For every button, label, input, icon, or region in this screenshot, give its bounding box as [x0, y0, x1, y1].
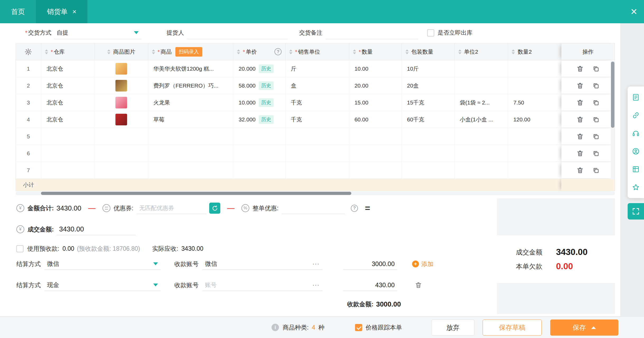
history-badge[interactable]: 历史 — [259, 65, 274, 73]
payment-method-select[interactable]: 现金 — [44, 279, 161, 291]
warehouse-cell[interactable]: 北京仓 — [41, 94, 95, 111]
product-cell[interactable]: 草莓 — [148, 111, 234, 128]
warehouse-cell[interactable]: 北京仓 — [41, 77, 95, 94]
qty2-header[interactable]: 数量2 — [508, 43, 561, 60]
product-cell[interactable] — [148, 145, 234, 162]
delete-row-icon[interactable] — [576, 167, 584, 174]
delete-row-icon[interactable] — [576, 65, 584, 72]
qty-cell[interactable]: 20.00 — [349, 77, 402, 94]
qty2-cell[interactable] — [508, 77, 561, 94]
add-payment-button[interactable]: + 添加 — [412, 260, 433, 268]
abandon-button[interactable]: 放弃 — [431, 319, 474, 336]
product-image-cell[interactable] — [95, 128, 148, 145]
product-image-cell[interactable] — [95, 145, 148, 162]
copy-row-icon[interactable] — [592, 82, 600, 89]
sale-unit-cell[interactable] — [286, 128, 349, 145]
product-image-header[interactable]: 商品图片 — [95, 43, 148, 60]
picker-input[interactable] — [187, 26, 288, 39]
sale-unit-cell[interactable]: 千克 — [286, 111, 349, 128]
qty2-cell[interactable]: 120.00 — [508, 111, 561, 128]
tab-home[interactable]: 首页 — [0, 0, 36, 23]
sale-unit-header[interactable]: *销售单位 — [286, 43, 349, 60]
profile-icon[interactable] — [632, 147, 640, 155]
qty-cell[interactable]: 15.00 — [349, 94, 402, 111]
sale-unit-cell[interactable]: 千克 — [286, 94, 349, 111]
sort-icon[interactable] — [458, 49, 461, 54]
save-draft-button[interactable]: 保存草稿 — [483, 319, 542, 336]
qty2-cell[interactable] — [508, 128, 561, 145]
unit2-cell[interactable] — [455, 145, 508, 162]
price-cell[interactable]: 32.000历史 — [233, 111, 286, 128]
qty2-cell[interactable] — [508, 60, 561, 77]
history-badge[interactable]: 历史 — [259, 115, 274, 124]
price-track-checkbox[interactable] — [355, 324, 362, 331]
copy-row-icon[interactable] — [592, 65, 600, 72]
pkg-qty-cell[interactable]: 20盒 — [402, 77, 455, 94]
price-cell[interactable]: 10.000历史 — [233, 94, 286, 111]
copy-row-icon[interactable] — [592, 99, 600, 106]
history-badge[interactable]: 历史 — [259, 81, 274, 90]
payment-amount-input[interactable]: 430.00 — [343, 279, 397, 291]
unit2-cell[interactable] — [455, 162, 508, 179]
more-icon[interactable]: ⋯ — [312, 260, 320, 268]
sale-unit-cell[interactable]: 盒 — [286, 77, 349, 94]
discount-help-icon[interactable]: ? — [351, 205, 358, 212]
refresh-coupon-button[interactable] — [209, 203, 220, 214]
product-image[interactable] — [115, 63, 127, 75]
price-cell[interactable] — [233, 145, 286, 162]
warehouse-header[interactable]: *仓库 — [41, 43, 95, 60]
more-icon[interactable]: ⋯ — [312, 281, 320, 289]
sale-unit-cell[interactable] — [286, 145, 349, 162]
product-image-cell[interactable] — [95, 111, 148, 128]
immediate-outbound-checkbox[interactable] — [427, 29, 434, 36]
pkg-qty-cell[interactable] — [402, 145, 455, 162]
deal-amount-input[interactable]: 3430.00 — [57, 223, 136, 235]
delivery-note-input[interactable] — [326, 26, 418, 39]
price-help-icon[interactable]: ? — [274, 48, 282, 55]
copy-row-icon[interactable] — [592, 133, 600, 140]
product-image[interactable] — [115, 114, 127, 125]
qty-cell[interactable]: 60.00 — [349, 111, 402, 128]
delete-row-icon[interactable] — [576, 99, 584, 106]
warehouse-cell[interactable] — [41, 145, 95, 162]
tab-close-icon[interactable]: × — [72, 8, 76, 16]
price-cell[interactable]: 20.000历史 — [233, 60, 286, 77]
payment-account-input[interactable]: 微信⋯ — [202, 258, 323, 270]
payment-account-input[interactable]: 账号⋯ — [202, 279, 323, 291]
payment-method-select[interactable]: 微信 — [44, 258, 161, 270]
save-button[interactable]: 保存 — [550, 319, 618, 336]
sort-icon[interactable] — [107, 49, 110, 54]
warehouse-cell[interactable]: 北京仓 — [41, 111, 95, 128]
unit2-cell[interactable] — [455, 77, 508, 94]
sort-icon[interactable] — [353, 49, 356, 54]
grid-icon[interactable] — [632, 165, 640, 173]
horizontal-scrollbar-thumb[interactable] — [41, 192, 351, 195]
pkg-qty-cell[interactable] — [402, 162, 455, 179]
product-cell[interactable] — [148, 128, 234, 145]
sort-icon[interactable] — [45, 49, 48, 54]
horizontal-scrollbar[interactable] — [16, 191, 615, 195]
sale-unit-cell[interactable]: 斤 — [286, 60, 349, 77]
pkg-qty-cell[interactable] — [402, 128, 455, 145]
order-discount-input[interactable] — [282, 202, 345, 214]
qty-cell[interactable] — [349, 145, 402, 162]
delete-row-icon[interactable] — [576, 133, 584, 140]
product-cell[interactable]: 华美华夫软饼1200g 糕... — [148, 60, 234, 77]
delivery-method-select[interactable]: 自提 — [54, 26, 141, 39]
price-header[interactable]: *单价? — [233, 43, 286, 60]
sort-icon[interactable] — [237, 49, 240, 54]
qty-cell[interactable] — [349, 162, 402, 179]
price-cell[interactable]: 58.000历史 — [233, 77, 286, 94]
history-badge[interactable]: 历史 — [259, 98, 274, 107]
link-icon[interactable] — [632, 111, 640, 119]
sort-icon[interactable] — [289, 49, 292, 54]
sort-icon[interactable] — [152, 49, 155, 54]
unit2-header[interactable]: 单位2 — [455, 43, 508, 60]
payment-amount-input[interactable]: 3000.00 — [343, 258, 397, 270]
sort-icon[interactable] — [512, 49, 515, 54]
use-advance-checkbox[interactable] — [16, 245, 24, 252]
column-settings-header[interactable] — [16, 43, 41, 60]
qty2-cell[interactable] — [508, 162, 561, 179]
product-cell[interactable]: 火龙果 — [148, 94, 234, 111]
qty-cell[interactable] — [349, 128, 402, 145]
